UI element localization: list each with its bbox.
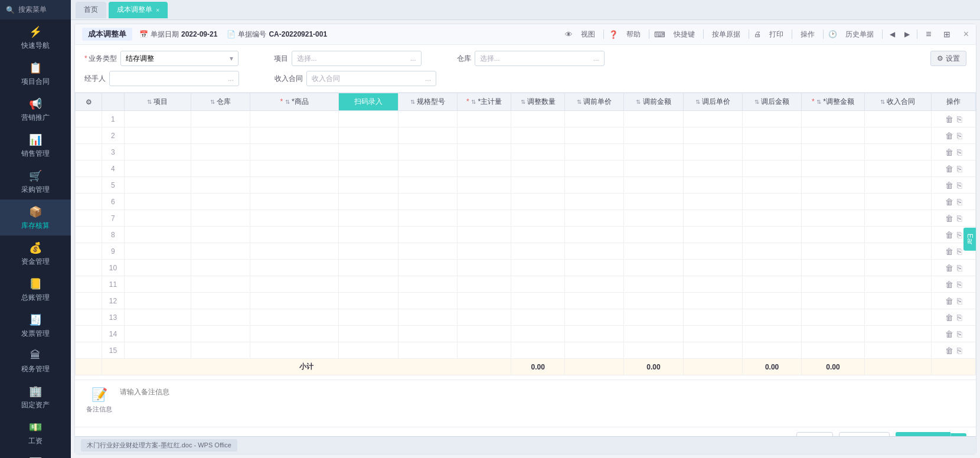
copy-icon-15[interactable]: ⎘	[957, 346, 962, 355]
cell-amt-before-10[interactable]	[624, 260, 683, 276]
cell-amt-after-14[interactable]	[742, 326, 801, 342]
cell-income-12[interactable]	[864, 293, 931, 309]
cell-income-8[interactable]	[864, 227, 931, 243]
copy-icon-5[interactable]: ⎘	[957, 181, 962, 190]
cell-warehouse-13[interactable]	[191, 309, 250, 326]
cell-income-15[interactable]	[864, 342, 931, 359]
cell-unit-3[interactable]	[457, 144, 511, 161]
cell-adj-amt-3[interactable]	[802, 144, 865, 161]
sidebar-item-fixed-asset[interactable]: 🏢 固定资产	[0, 379, 71, 415]
tab-close-icon[interactable]: ×	[156, 6, 159, 14]
cell-scan-11[interactable]	[339, 276, 398, 293]
th-settings[interactable]: ⚙	[76, 93, 102, 111]
th-amt-after[interactable]: ⇅ 调后金额	[742, 93, 801, 111]
cell-amt-before-15[interactable]	[624, 342, 683, 359]
cell-warehouse-2[interactable]	[191, 127, 250, 144]
cell-goods-10[interactable]	[250, 260, 338, 276]
th-project[interactable]: ⇅ 项目	[124, 93, 191, 111]
cell-amt-after-12[interactable]	[742, 293, 801, 309]
cell-qty-9[interactable]	[511, 243, 565, 260]
cell-amt-before-4[interactable]	[624, 161, 683, 177]
cell-warehouse-14[interactable]	[191, 326, 250, 342]
cell-amt-after-15[interactable]	[742, 342, 801, 359]
cell-amt-after-10[interactable]	[742, 260, 801, 276]
cell-income-4[interactable]	[864, 161, 931, 177]
cell-qty-3[interactable]	[511, 144, 565, 161]
cell-price-before-3[interactable]	[565, 144, 624, 161]
sidebar-item-quick-nav[interactable]: ⚡ 快速导航	[0, 19, 71, 55]
cell-warehouse-5[interactable]	[191, 177, 250, 194]
cell-price-after-15[interactable]	[683, 342, 742, 359]
th-spec[interactable]: ⇅ 规格型号	[398, 93, 457, 111]
cell-amt-after-4[interactable]	[742, 161, 801, 177]
cell-project-4[interactable]	[124, 161, 191, 177]
cell-amt-before-6[interactable]	[624, 194, 683, 210]
cell-scan-5[interactable]	[339, 177, 398, 194]
sidebar-item-payroll[interactable]: 💵 工资	[0, 415, 71, 451]
sidebar-item-funds[interactable]: 💰 资金管理	[0, 235, 71, 271]
cell-goods-4[interactable]	[250, 161, 338, 177]
cell-amt-before-11[interactable]	[624, 276, 683, 293]
th-price-after[interactable]: ⇅ 调后单价	[683, 93, 742, 111]
cell-price-after-5[interactable]	[683, 177, 742, 194]
cell-adj-amt-4[interactable]	[802, 161, 865, 177]
cell-income-13[interactable]	[864, 309, 931, 326]
cell-price-before-6[interactable]	[565, 194, 624, 210]
cell-warehouse-9[interactable]	[191, 243, 250, 260]
cell-income-7[interactable]	[864, 210, 931, 227]
sidebar-item-tax[interactable]: 🏛 税务管理	[0, 344, 71, 379]
cell-amt-before-3[interactable]	[624, 144, 683, 161]
cell-qty-15[interactable]	[511, 342, 565, 359]
cell-scan-3[interactable]	[339, 144, 398, 161]
cell-warehouse-1[interactable]	[191, 111, 250, 127]
cell-spec-6[interactable]	[398, 194, 457, 210]
cell-spec-15[interactable]	[398, 342, 457, 359]
cell-scan-10[interactable]	[339, 260, 398, 276]
cell-price-before-12[interactable]	[565, 293, 624, 309]
th-unit[interactable]: ⇅ *主计量	[457, 93, 511, 111]
copy-icon-1[interactable]: ⎘	[957, 114, 962, 124]
sidebar-item-invoice[interactable]: 🧾 发票管理	[0, 307, 71, 344]
cell-warehouse-8[interactable]	[191, 227, 250, 243]
cell-adj-amt-2[interactable]	[802, 127, 865, 144]
cell-income-9[interactable]	[864, 243, 931, 260]
cell-adj-amt-11[interactable]	[802, 276, 865, 293]
cell-price-before-7[interactable]	[565, 210, 624, 227]
cell-scan-2[interactable]	[339, 127, 398, 144]
cell-unit-14[interactable]	[457, 326, 511, 342]
delete-icon-1[interactable]: 🗑	[945, 114, 953, 124]
cell-amt-after-6[interactable]	[742, 194, 801, 210]
cell-goods-2[interactable]	[250, 127, 338, 144]
cell-amt-after-3[interactable]	[742, 144, 801, 161]
cell-scan-12[interactable]	[339, 293, 398, 309]
th-warehouse[interactable]: ⇅ 仓库	[191, 93, 250, 111]
tab-home[interactable]: 首页	[76, 2, 106, 18]
copy-icon-3[interactable]: ⎘	[957, 148, 962, 157]
cell-price-after-2[interactable]	[683, 127, 742, 144]
cell-spec-10[interactable]	[398, 260, 457, 276]
cell-unit-1[interactable]	[457, 111, 511, 127]
cell-scan-9[interactable]	[339, 243, 398, 260]
delete-icon-11[interactable]: 🗑	[945, 280, 953, 289]
cell-adj-amt-12[interactable]	[802, 293, 865, 309]
cell-scan-7[interactable]	[339, 210, 398, 227]
cell-amt-after-2[interactable]	[742, 127, 801, 144]
cell-amt-before-13[interactable]	[624, 309, 683, 326]
cell-price-after-6[interactable]	[683, 194, 742, 210]
cell-amt-before-12[interactable]	[624, 293, 683, 309]
cell-unit-8[interactable]	[457, 227, 511, 243]
cell-spec-3[interactable]	[398, 144, 457, 161]
cell-goods-14[interactable]	[250, 326, 338, 342]
toolbar-history[interactable]: 历史单据	[842, 28, 877, 41]
cell-qty-5[interactable]	[511, 177, 565, 194]
cell-unit-2[interactable]	[457, 127, 511, 144]
cell-price-after-9[interactable]	[683, 243, 742, 260]
warehouse-input[interactable]: 选择... ...	[475, 51, 605, 66]
cell-scan-6[interactable]	[339, 194, 398, 210]
cell-qty-14[interactable]	[511, 326, 565, 342]
cell-price-after-1[interactable]	[683, 111, 742, 127]
meta-date-value[interactable]: 2022-09-21	[181, 30, 217, 38]
cell-unit-12[interactable]	[457, 293, 511, 309]
delete-icon-2[interactable]: 🗑	[945, 131, 953, 140]
cell-warehouse-10[interactable]	[191, 260, 250, 276]
